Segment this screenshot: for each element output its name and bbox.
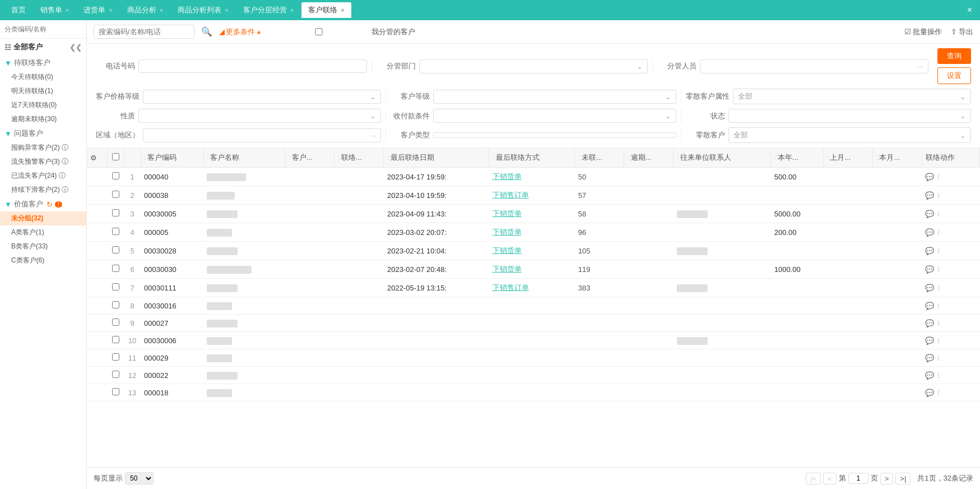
sidebar-item-ungroup[interactable]: 未分组(32) (0, 211, 86, 225)
td-checkbox[interactable] (107, 384, 124, 402)
th-not-contacted[interactable]: :未联... (575, 148, 624, 168)
search-input[interactable] (94, 25, 194, 39)
grid-action-icon[interactable]: ⁝ (937, 354, 940, 362)
grid-action-icon[interactable]: ⁝ (937, 210, 940, 218)
chat-icon[interactable]: 💬 (925, 371, 934, 380)
select-payment[interactable]: ⌄ (433, 109, 676, 123)
sidebar-item-lost[interactable]: 已流失客户(24) ⓘ (0, 169, 86, 183)
tab-customer-contact[interactable]: 客户联络 × (301, 2, 351, 18)
method-link[interactable]: 下销货单 (493, 209, 522, 218)
chat-icon[interactable]: 💬 (925, 284, 934, 292)
row-checkbox[interactable] (112, 191, 119, 198)
chat-icon[interactable]: 💬 (925, 389, 934, 397)
select-cust-type[interactable] (433, 132, 676, 138)
grid-action-icon[interactable]: ⁝ (937, 302, 940, 310)
row-checkbox[interactable] (112, 228, 119, 235)
td-checkbox[interactable] (107, 279, 124, 297)
input-phone[interactable] (138, 59, 367, 73)
grid-action-icon[interactable]: ⁝ (937, 319, 940, 327)
chat-icon[interactable]: 💬 (925, 173, 934, 181)
first-page-btn[interactable]: |< (806, 473, 821, 485)
sidebar-group-pending[interactable]: ▼ 待联络客户 (0, 56, 86, 70)
tab-home[interactable]: 首页 (4, 2, 32, 18)
my-customers-checkbox[interactable]: 我分管的客户 (268, 27, 415, 37)
chat-icon[interactable]: 💬 (925, 354, 934, 362)
sidebar-item-tomorrow[interactable]: 明天待联络(1) (0, 84, 86, 98)
th-customer-type[interactable]: :客户... (285, 148, 335, 168)
close-sales-tab[interactable]: × (66, 7, 69, 13)
td-checkbox[interactable] (107, 315, 124, 332)
select-price-grade[interactable]: ⌄ (143, 90, 381, 104)
th-checkbox[interactable] (107, 148, 124, 168)
grid-action-icon[interactable]: ⁝ (937, 284, 940, 292)
row-checkbox[interactable] (112, 388, 119, 395)
close-purchase-tab[interactable]: × (109, 7, 112, 13)
th-settings[interactable]: ⚙ (87, 148, 107, 168)
method-link[interactable]: 下销售订单 (493, 191, 529, 199)
batch-op-btn[interactable]: ☑ 批量操作 (904, 27, 942, 37)
grid-action-icon[interactable]: ⁝ (937, 371, 940, 380)
method-link[interactable]: 下销货单 (493, 246, 522, 255)
grid-action-icon[interactable]: ⁝ (937, 191, 940, 200)
sidebar-group-problem[interactable]: ▼ 问题客户 (0, 126, 86, 141)
td-checkbox[interactable] (107, 297, 124, 315)
select-status[interactable]: ⌄ (728, 109, 971, 123)
tab-customer-tier[interactable]: 客户分层经营 × (236, 2, 300, 18)
sidebar-item-declining[interactable]: 持续下滑客户(2) ⓘ (0, 183, 86, 197)
th-overdue[interactable]: :逾期... (624, 148, 674, 168)
sidebar-item-today[interactable]: 今天待联络(0) (0, 70, 86, 84)
row-checkbox[interactable] (112, 283, 119, 290)
chat-icon[interactable]: 💬 (925, 302, 934, 310)
row-checkbox[interactable] (112, 301, 119, 308)
method-link[interactable]: 下销货单 (493, 172, 522, 181)
sidebar-item-overdue[interactable]: 逾期未联络(30) (0, 112, 86, 126)
tab-product-analysis-list[interactable]: 商品分析列表 × (171, 2, 235, 18)
grid-action-icon[interactable]: ⁝ (937, 228, 940, 237)
chat-icon[interactable]: 💬 (925, 319, 934, 327)
chat-icon[interactable]: 💬 (925, 228, 934, 237)
chat-icon[interactable]: 💬 (925, 191, 934, 200)
grid-action-icon[interactable]: ⁝ (937, 173, 940, 181)
method-link[interactable]: 下销售订单 (493, 283, 529, 292)
td-checkbox[interactable] (107, 260, 124, 279)
row-checkbox[interactable] (112, 209, 119, 216)
close-window-btn[interactable]: × (964, 5, 976, 15)
close-product-analysis-tab[interactable]: × (160, 7, 163, 13)
select-sparse-cust[interactable]: 全部 ⌄ (728, 127, 971, 143)
sidebar-item-a-class[interactable]: A类客户(1) (0, 225, 86, 239)
grid-action-icon[interactable]: ⁝ (937, 265, 940, 274)
page-size-select[interactable]: 50 20 100 (125, 472, 154, 485)
sidebar-collapse-btn[interactable]: ❮❮ (69, 43, 82, 52)
tab-purchase[interactable]: 进货单 × (77, 2, 119, 18)
select-region[interactable]: ··· (143, 128, 381, 142)
grid-action-icon[interactable]: ⁝ (937, 336, 940, 345)
sidebar-item-7days[interactable]: 近7天待联络(0) (0, 98, 86, 112)
reset-btn[interactable]: 设置 (937, 67, 971, 84)
row-checkbox[interactable] (112, 371, 119, 378)
th-customer-name[interactable]: :客户名称 (203, 148, 285, 168)
tab-product-analysis[interactable]: 商品分析 × (120, 2, 170, 18)
row-checkbox[interactable] (112, 265, 119, 272)
select-person[interactable]: ··· (700, 59, 928, 73)
chat-icon[interactable]: 💬 (925, 336, 934, 345)
th-this-month[interactable]: :本月... (872, 148, 922, 168)
th-contact-person[interactable]: :往来单位联系人 (674, 148, 771, 168)
sidebar-item-abnormal[interactable]: 囤购异常客户(2) ⓘ (0, 141, 86, 155)
td-checkbox[interactable] (107, 242, 124, 260)
td-checkbox[interactable] (107, 223, 124, 242)
td-checkbox[interactable] (107, 205, 124, 223)
sidebar-all-customers[interactable]: ☷ 全部客户 ❮❮ (0, 39, 86, 56)
select-dept[interactable]: ⌄ (419, 59, 648, 73)
method-link[interactable]: 下销货单 (493, 265, 522, 273)
row-checkbox[interactable] (112, 172, 119, 179)
td-checkbox[interactable] (107, 332, 124, 349)
th-this-year[interactable]: :本年... (771, 148, 824, 168)
method-link[interactable]: 下销货单 (493, 228, 522, 236)
th-contact[interactable]: :联络... (335, 148, 384, 168)
th-last-date[interactable]: :最后联络日期 (384, 148, 489, 168)
td-checkbox[interactable] (107, 349, 124, 367)
next-page-btn[interactable]: > (880, 473, 894, 485)
last-page-btn[interactable]: >| (895, 473, 911, 485)
more-conditions-btn[interactable]: ◢ 更多条件 ▲ (219, 27, 262, 37)
sidebar-group-value[interactable]: ▼ 价值客户 ↻ ! (0, 197, 86, 211)
